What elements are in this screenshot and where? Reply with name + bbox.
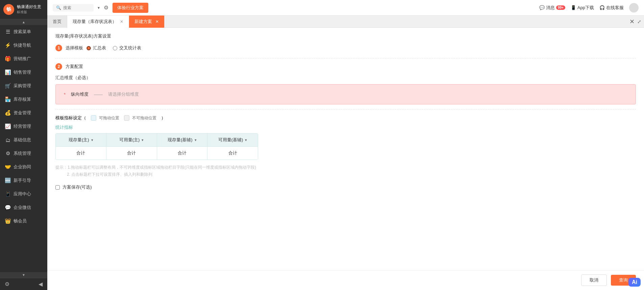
sidebar-item-销售管理[interactable]: 📊销售管理 <box>0 66 47 79</box>
sidebar-item-企业协同[interactable]: 🤝企业协同 <box>0 160 47 174</box>
sidebar-item-企业微信[interactable]: 💬企业微信 <box>0 201 47 214</box>
stat-col-1[interactable]: 现存量(主) ▾ <box>56 134 106 146</box>
sidebar-icon: 🆕 <box>5 177 11 184</box>
sidebar-icon: ⚡ <box>5 42 11 48</box>
sidebar-item-快捷导航[interactable]: ⚡快捷导航 <box>0 39 47 52</box>
tab-inventory-close[interactable]: ✕ <box>120 19 123 24</box>
dimension-section-label: 汇总维度（必选） <box>55 75 636 81</box>
col2-title: 可用量(主) <box>119 137 140 143</box>
col2-arrow-icon[interactable]: ▾ <box>142 138 144 142</box>
sidebar-item-采购管理[interactable]: 🛒采购管理 <box>0 79 47 93</box>
step1-label: 选择模板 <box>66 45 83 51</box>
sidebar-item-库存核算[interactable]: 🏪库存核算 <box>0 93 47 106</box>
indicator-label-row: 模板指标设定（ 可拖动位置 不可拖动位置 ） <box>55 115 636 121</box>
tab-inventory[interactable]: 现存量（库存状况表） ✕ <box>67 16 129 28</box>
sidebar-scroll-down[interactable]: ▼ <box>0 272 47 278</box>
topbar-app-download[interactable]: 📱 App下载 <box>571 5 594 11</box>
body-col3-val: 合计 <box>178 150 187 156</box>
topbar-dropdown-icon[interactable]: ▾ <box>98 5 100 10</box>
stat-body-col-3: 合计 <box>157 147 208 160</box>
sidebar-item-资金管理[interactable]: 💰资金管理 <box>0 106 47 120</box>
sidebar-item-应用中心[interactable]: 📱应用中心 <box>0 187 47 201</box>
sidebar-item-label: 采购管理 <box>14 83 31 89</box>
sidebar-item-搜索菜单[interactable]: ☰搜索菜单 <box>0 25 47 39</box>
sidebar-item-label: 新手引导 <box>14 177 31 184</box>
config-section: 汇总维度（必选） * 纵向维度 —— 请选择分组维度 <box>55 75 636 104</box>
radio-summary[interactable]: 汇总表 <box>86 45 106 51</box>
tab-new-plan-close[interactable]: ✕ <box>155 19 159 24</box>
topbar-message[interactable]: 💬 消息 99+ <box>539 5 565 11</box>
search-input[interactable] <box>63 5 90 10</box>
sidebar-item-畅会员[interactable]: 👑畅会员 <box>0 214 47 228</box>
template-radio-group: 汇总表 交叉统计表 <box>86 45 141 51</box>
tabbar-expand-icon[interactable]: ⤢ <box>637 19 641 24</box>
sidebar-item-新手引导[interactable]: 🆕新手引导 <box>0 174 47 187</box>
col4-title: 可用量(基辅) <box>218 137 243 143</box>
footer-bar: 取消 查询 <box>47 270 644 290</box>
app-label: App下载 <box>577 5 594 11</box>
radio-summary-label: 汇总表 <box>93 45 106 51</box>
radio-cross-input[interactable] <box>113 46 117 50</box>
sidebar-item-系统管理[interactable]: ⚙系统管理 <box>0 147 47 160</box>
sidebar-settings-icon[interactable]: ⚙ <box>5 281 9 287</box>
body-col1-val: 合计 <box>76 150 85 156</box>
cancel-button[interactable]: 取消 <box>581 274 607 286</box>
divider-2 <box>55 109 636 110</box>
topbar-customer-service[interactable]: 🎧 在线客服 <box>599 5 624 11</box>
save-option-row: 方案保存(可选) <box>55 184 636 190</box>
hint2-text: 2. 点击标题栏下拉可设置排序、插入列和删除列 <box>67 172 636 177</box>
dim-arrow: —— <box>94 92 103 97</box>
sidebar-item-label: 应用中心 <box>14 191 31 197</box>
col1-arrow-icon[interactable]: ▾ <box>91 138 93 142</box>
sidebar-item-label: 系统管理 <box>14 150 31 156</box>
sidebar-item-基础信息[interactable]: 🗂基础信息 <box>0 133 47 147</box>
stat-table-body: 合计 合计 合计 合计 <box>56 146 258 160</box>
stat-col-4[interactable]: 可用量(基辅) ▾ <box>207 134 258 146</box>
sidebar-icon: 🏪 <box>5 96 11 102</box>
stat-col-3[interactable]: 现存量(基辅) ▾ <box>157 134 208 146</box>
dimension-box: * 纵向维度 —— 请选择分组维度 <box>55 84 636 104</box>
sidebar-item-营销推广[interactable]: 🎁营销推广 <box>0 52 47 66</box>
content-area: 现存量(库存状况表)方案设置 1 选择模板 汇总表 交叉统计表 <box>47 28 644 270</box>
stat-body-col-4: 合计 <box>207 147 258 160</box>
sidebar-icon: 💰 <box>5 110 11 116</box>
industry-plan-button[interactable]: 体验行业方案 <box>113 3 148 13</box>
radio-summary-input[interactable] <box>86 46 91 50</box>
step2-badge: 2 <box>55 63 62 70</box>
sidebar-item-label: 销售管理 <box>14 69 31 75</box>
tab-new-plan[interactable]: 新建方案 ✕ <box>129 16 165 28</box>
sidebar-item-label: 企业协同 <box>14 164 31 170</box>
hint1-text: 1.拖动标题栏可以调整布局，不可跨维度或指标区域拖动栏目字段(只能在同一维度或指… <box>68 165 256 170</box>
save-option-checkbox[interactable] <box>55 185 60 190</box>
tab-home[interactable]: 首页 <box>47 16 67 28</box>
topbar-user[interactable] <box>629 3 639 13</box>
sidebar-collapse-icon[interactable]: ◀ <box>39 281 43 287</box>
search-box[interactable]: 🔍 <box>53 4 94 11</box>
sidebar-scroll-up[interactable]: ▲ <box>0 19 47 25</box>
sidebar-item-label: 搜索菜单 <box>14 29 31 35</box>
sidebar-item-label: 畅会员 <box>14 218 27 224</box>
body-col4-val: 合计 <box>228 150 237 156</box>
service-icon: 🎧 <box>599 5 605 10</box>
sidebar-item-label: 基础信息 <box>14 137 31 143</box>
sidebar-item-经营管理[interactable]: 📈经营管理 <box>0 120 47 133</box>
sidebar-item-label: 经营管理 <box>14 123 31 129</box>
topbar-right: 💬 消息 99+ 📱 App下载 🎧 在线客服 <box>539 3 639 13</box>
step2-header: 2 方案配置 <box>55 63 636 70</box>
search-icon: 🔍 <box>56 5 61 10</box>
avatar <box>629 3 639 13</box>
sidebar-footer: ⚙ ◀ <box>0 278 47 290</box>
sidebar-icon: 📊 <box>5 69 11 75</box>
dim-placeholder[interactable]: 请选择分组维度 <box>108 91 139 97</box>
tabbar-close-icon[interactable]: ✕ <box>629 18 635 25</box>
stat-col-2[interactable]: 可用量(主) ▾ <box>106 134 157 146</box>
ai-badge[interactable]: Ai <box>628 278 641 287</box>
radio-cross-label: 交叉统计表 <box>119 45 141 51</box>
col4-arrow-icon[interactable]: ▾ <box>245 138 247 142</box>
sidebar-item-label: 快捷导航 <box>14 42 31 48</box>
step1-badge: 1 <box>55 45 62 51</box>
radio-cross[interactable]: 交叉统计表 <box>113 45 141 51</box>
col3-arrow-icon[interactable]: ▾ <box>195 138 197 142</box>
topbar-gear-icon[interactable]: ⚙ <box>104 4 108 11</box>
sidebar-icon: 🛒 <box>5 83 11 89</box>
